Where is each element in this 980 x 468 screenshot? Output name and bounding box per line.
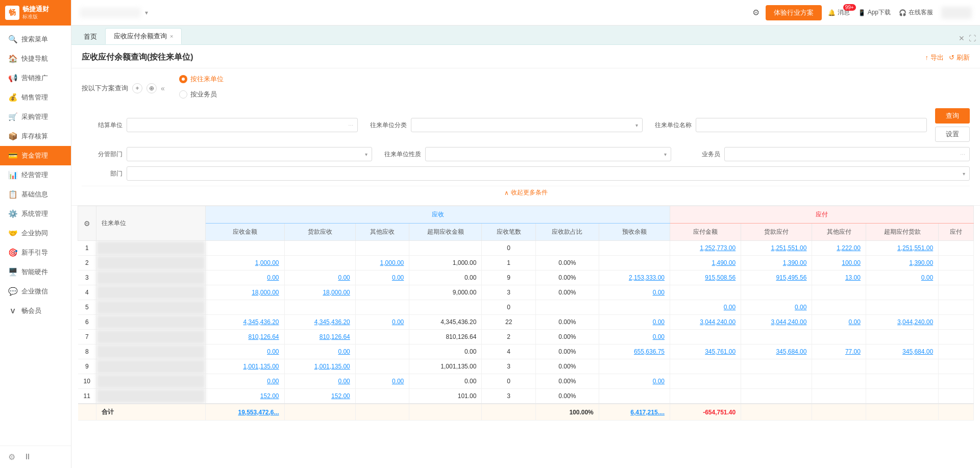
table-cell[interactable]: 1,390.00 <box>741 256 812 270</box>
sidebar-item-sales[interactable]: 💰 销售管理 <box>0 88 71 107</box>
table-cell[interactable]: 0.00 <box>355 270 409 285</box>
sidebar-item-purchase[interactable]: 🛒 采购管理 <box>0 107 71 127</box>
filter-more-button[interactable]: ∧ 收起更多条件 <box>82 186 970 199</box>
table-settings-icon[interactable]: ⚙ <box>84 219 90 228</box>
setting-button[interactable]: 设置 <box>935 127 970 142</box>
solution-button[interactable]: 体验行业方案 <box>766 5 822 20</box>
table-cell[interactable]: 0.00 <box>284 374 355 389</box>
table-cell[interactable]: 0.00 <box>599 285 670 300</box>
table-cell[interactable]: 0.00 <box>670 300 741 315</box>
table-cell[interactable] <box>284 300 355 315</box>
table-cell[interactable] <box>670 285 741 300</box>
sidebar-item-wechat[interactable]: 💬 企业微信 <box>0 282 71 301</box>
table-cell[interactable] <box>599 389 670 404</box>
table-cell[interactable] <box>670 330 741 344</box>
tab-ar-ap-query[interactable]: 应收应付余额查询 × <box>105 28 182 44</box>
table-cell[interactable]: 0.00 <box>812 315 866 330</box>
table-cell[interactable]: 0.00 <box>741 300 812 315</box>
table-cell[interactable]: 810,126.64 <box>206 330 285 344</box>
table-cell[interactable]: 18,000.00 <box>206 285 285 300</box>
filter-collapse-button[interactable]: « <box>161 84 165 92</box>
export-button[interactable]: ↑ 导出 <box>925 53 944 62</box>
table-cell[interactable] <box>741 374 812 389</box>
table-cell[interactable] <box>206 241 285 256</box>
table-cell[interactable] <box>812 389 866 404</box>
filter-target-button[interactable]: ⊕ <box>146 83 157 93</box>
filter-add-button[interactable]: + <box>132 83 142 93</box>
table-cell[interactable]: 1,222.00 <box>812 241 866 256</box>
table-cell[interactable]: 915,495.56 <box>741 270 812 285</box>
table-cell[interactable] <box>284 241 355 256</box>
table-cell[interactable] <box>599 241 670 256</box>
message-button[interactable]: 🔔 消息 99+ <box>828 8 850 17</box>
table-cell[interactable]: 0.00 <box>866 270 938 285</box>
table-cell[interactable]: 1,390.00 <box>866 256 938 270</box>
table-cell[interactable]: 1,251,551.00 <box>741 241 812 256</box>
table-cell[interactable] <box>670 389 741 404</box>
sidebar-item-quicknav[interactable]: 🏠 快捷导航 <box>0 49 71 68</box>
table-cell[interactable] <box>866 330 938 344</box>
table-cell[interactable] <box>355 359 409 374</box>
query-button[interactable]: 查询 <box>935 108 970 124</box>
table-cell[interactable] <box>741 389 812 404</box>
table-cell[interactable]: 1,000.00 <box>206 256 285 270</box>
partner-category-select[interactable]: ▾ <box>411 118 642 132</box>
table-cell[interactable] <box>355 344 409 359</box>
table-cell[interactable]: 345,684.00 <box>741 344 812 359</box>
table-cell[interactable] <box>812 374 866 389</box>
app-download-button[interactable]: 📱 App下载 <box>858 8 891 17</box>
dept2-select[interactable]: ▾ <box>127 166 970 181</box>
table-cell[interactable]: 0.00 <box>599 374 670 389</box>
table-cell[interactable]: 77.00 <box>812 344 866 359</box>
table-cell[interactable] <box>866 300 938 315</box>
table-cell[interactable]: 3,044,240.00 <box>866 315 938 330</box>
table-wrapper[interactable]: ⚙ 往来单位 应收 应付 应收金额 货款应收 其他应收 超期应收金额 应收笔数 <box>71 206 980 468</box>
table-cell[interactable]: 0.00 <box>355 374 409 389</box>
sidebar-item-management[interactable]: 📊 经营管理 <box>0 165 71 185</box>
table-cell[interactable] <box>741 359 812 374</box>
table-cell[interactable] <box>812 285 866 300</box>
table-cell[interactable]: 1,252,773.00 <box>670 241 741 256</box>
sidebar-item-guide[interactable]: 🎯 新手引导 <box>0 243 71 262</box>
sidebar-item-hardware[interactable]: 🖥️ 智能硬件 <box>0 262 71 282</box>
table-cell[interactable] <box>866 374 938 389</box>
sidebar-item-vip[interactable]: V 畅会员 <box>0 301 71 321</box>
user-avatar[interactable] <box>941 7 972 19</box>
table-cell[interactable] <box>812 300 866 315</box>
table-cell[interactable] <box>599 256 670 270</box>
sidebar-item-search[interactable]: 🔍 搜索菜单 <box>0 30 71 49</box>
settlement-unit-input[interactable]: ··· <box>127 118 358 132</box>
refresh-button[interactable]: ↺ 刷新 <box>949 53 970 62</box>
table-cell[interactable] <box>866 389 938 404</box>
table-cell[interactable]: 4,345,436.20 <box>206 315 285 330</box>
table-cell[interactable]: 345,684.00 <box>866 344 938 359</box>
sidebar-item-marketing[interactable]: 📢 营销推广 <box>0 68 71 88</box>
sidebar-item-finance[interactable]: 💳 资金管理 <box>0 146 71 165</box>
table-cell[interactable] <box>741 285 812 300</box>
table-cell[interactable] <box>866 285 938 300</box>
sidebar-item-collab[interactable]: 🤝 企业协同 <box>0 224 71 243</box>
table-cell[interactable]: 1,001,135.00 <box>206 359 285 374</box>
table-cell[interactable]: 0.00 <box>599 330 670 344</box>
table-cell[interactable]: 18,000.00 <box>284 285 355 300</box>
footer-ar-amount[interactable]: 19,553,472,6... <box>206 404 285 421</box>
dept-select[interactable]: ▾ <box>127 147 372 161</box>
table-cell[interactable] <box>670 374 741 389</box>
table-cell[interactable] <box>355 330 409 344</box>
tab-close-icon[interactable]: × <box>170 33 173 39</box>
table-cell[interactable] <box>670 359 741 374</box>
table-cell[interactable] <box>599 359 670 374</box>
table-cell[interactable] <box>355 300 409 315</box>
table-cell[interactable]: 152.00 <box>206 389 285 404</box>
collapse-footer-icon[interactable]: ⏸ <box>23 452 32 462</box>
sidebar-item-system[interactable]: ⚙️ 系统管理 <box>0 204 71 224</box>
tab-close-button[interactable]: ✕ <box>959 34 965 42</box>
table-cell[interactable]: 810,126.64 <box>284 330 355 344</box>
salesman-input[interactable]: ··· <box>724 147 970 161</box>
table-cell[interactable] <box>355 389 409 404</box>
table-cell[interactable]: 1,490.00 <box>670 256 741 270</box>
tab-home[interactable]: 首页 <box>76 29 105 44</box>
table-cell[interactable]: 3,044,240.00 <box>741 315 812 330</box>
table-cell[interactable]: 0.00 <box>206 374 285 389</box>
table-cell[interactable]: 345,761.00 <box>670 344 741 359</box>
